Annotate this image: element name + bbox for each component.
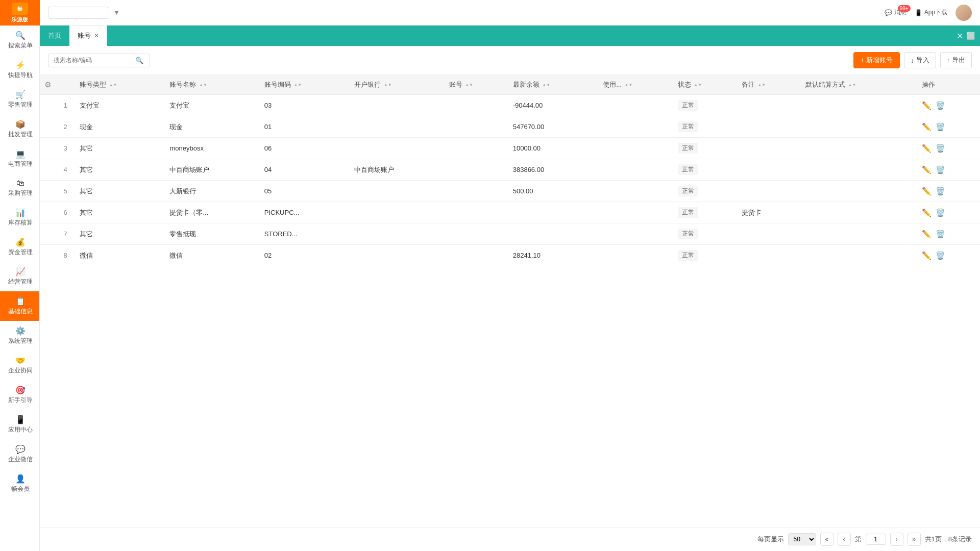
row-action: ✏️ 🗑️ xyxy=(918,138,980,159)
avatar[interactable] xyxy=(955,5,972,21)
sidebar-item-finance[interactable]: 💰 资金管理 xyxy=(0,232,39,262)
search-box: 🔍 xyxy=(48,54,150,67)
next-page-button[interactable]: › xyxy=(890,533,903,546)
tab-account[interactable]: 账号 ✕ xyxy=(69,26,107,46)
tab-home[interactable]: 首页 xyxy=(40,26,69,46)
close-window-icon[interactable]: ✕ xyxy=(957,31,963,41)
top-search-input[interactable] xyxy=(48,7,109,19)
row-index: 8 xyxy=(55,245,76,266)
toolbar: 🔍 + 新增账号 ↓ 导入 ↑ 导出 xyxy=(40,46,980,75)
sidebar-item-corp[interactable]: 🤝 企业协同 xyxy=(0,350,39,380)
sidebar-item-quick-nav[interactable]: ⚡ 快捷导航 xyxy=(0,55,39,85)
toolbar-right: + 新增账号 ↓ 导入 ↑ 导出 xyxy=(853,52,972,68)
column-settings-icon[interactable]: ⚙ xyxy=(44,80,51,89)
header-right: 💬 消息 99+ 📱 App下载 xyxy=(885,5,972,21)
edit-button[interactable]: ✏️ xyxy=(922,101,932,110)
row-remark xyxy=(738,245,801,266)
delete-button[interactable]: 🗑️ xyxy=(936,101,945,110)
row-default-settle xyxy=(801,181,918,202)
maximize-window-icon[interactable]: ⬜ xyxy=(966,32,975,40)
col-remark[interactable]: 备注 ▲▼ xyxy=(738,75,801,95)
search-input[interactable] xyxy=(54,57,135,64)
row-index: 4 xyxy=(55,159,76,181)
edit-button[interactable]: ✏️ xyxy=(922,187,932,196)
sidebar-item-wholesale[interactable]: 📦 批发管理 xyxy=(0,114,39,144)
edit-button[interactable]: ✏️ xyxy=(922,165,932,174)
col-account[interactable]: 账号 ▲▼ xyxy=(445,75,509,95)
total-label: 共1页，8条记录 xyxy=(925,535,972,544)
edit-button[interactable]: ✏️ xyxy=(922,251,932,260)
row-type: 其它 xyxy=(76,138,165,159)
delete-button[interactable]: 🗑️ xyxy=(936,144,945,153)
row-remark xyxy=(738,138,801,159)
col-index xyxy=(55,75,76,95)
search-icon[interactable]: 🔍 xyxy=(135,57,143,64)
delete-button[interactable]: 🗑️ xyxy=(936,187,945,196)
sidebar-item-member[interactable]: 👤 畅会员 xyxy=(0,469,39,498)
sidebar-item-purchase[interactable]: 🛍 采购管理 xyxy=(0,173,39,203)
row-bank xyxy=(350,95,445,116)
add-account-button[interactable]: + 新增账号 xyxy=(853,52,900,68)
sidebar-item-search-menu[interactable]: 🔍 搜索菜单 xyxy=(0,26,39,55)
col-status[interactable]: 状态 ▲▼ xyxy=(674,75,738,95)
col-name[interactable]: 账号名称 ▲▼ xyxy=(165,75,260,95)
last-page-button[interactable]: » xyxy=(908,533,921,546)
col-bank[interactable]: 开户银行 ▲▼ xyxy=(350,75,445,95)
main-area: ▼ 💬 消息 99+ 📱 App下载 首页 账号 ✕ ✕ ⬜ xyxy=(40,0,980,551)
sidebar-item-guide[interactable]: 🎯 新手引导 xyxy=(0,380,39,410)
export-button[interactable]: ↑ 导出 xyxy=(940,52,972,68)
tab-close-icon[interactable]: ✕ xyxy=(94,32,99,39)
row-account xyxy=(445,95,509,116)
row-usage xyxy=(599,138,674,159)
dropdown-arrow-icon[interactable]: ▼ xyxy=(113,9,120,16)
row-settings xyxy=(40,181,55,202)
row-balance xyxy=(509,223,599,245)
delete-button[interactable]: 🗑️ xyxy=(936,208,945,217)
import-button[interactable]: ↓ 导入 xyxy=(904,52,936,68)
phone-icon: 📱 xyxy=(915,9,922,16)
row-remark xyxy=(738,223,801,245)
delete-button[interactable]: 🗑️ xyxy=(936,230,945,239)
sort-status-icon: ▲▼ xyxy=(694,83,702,87)
prev-page-button[interactable]: ‹ xyxy=(838,533,851,546)
delete-button[interactable]: 🗑️ xyxy=(936,251,945,260)
sidebar-item-inventory[interactable]: 📊 库存核算 xyxy=(0,203,39,232)
col-settings: ⚙ xyxy=(40,75,55,95)
edit-button[interactable]: ✏️ xyxy=(922,230,932,239)
row-bank xyxy=(350,223,445,245)
row-settings xyxy=(40,223,55,245)
app-download-button[interactable]: 📱 App下载 xyxy=(915,8,947,17)
delete-button[interactable]: 🗑️ xyxy=(936,122,945,132)
col-balance[interactable]: 最新余额 ▲▼ xyxy=(509,75,599,95)
col-action: 操作 xyxy=(918,75,980,95)
edit-button[interactable]: ✏️ xyxy=(922,144,932,153)
sidebar-item-basic[interactable]: 📋 基础信息 xyxy=(0,291,39,321)
col-code[interactable]: 账号编码 ▲▼ xyxy=(260,75,350,95)
row-account xyxy=(445,181,509,202)
row-code: 03 xyxy=(260,95,350,116)
sidebar-item-ops[interactable]: 📈 经营管理 xyxy=(0,262,39,291)
message-button[interactable]: 💬 消息 99+ xyxy=(885,8,906,17)
row-action: ✏️ 🗑️ xyxy=(918,95,980,116)
sort-settle-icon: ▲▼ xyxy=(848,83,856,87)
col-type[interactable]: 账号类型 ▲▼ xyxy=(76,75,165,95)
first-page-button[interactable]: « xyxy=(820,533,834,546)
col-default-settle[interactable]: 默认结算方式 ▲▼ xyxy=(801,75,918,95)
sidebar-item-wechat[interactable]: 💬 企业微信 xyxy=(0,439,39,469)
sidebar-item-app[interactable]: 📱 应用中心 xyxy=(0,410,39,439)
sys-icon: ⚙️ xyxy=(15,326,26,336)
sidebar-item-ecommerce[interactable]: 💻 电商管理 xyxy=(0,144,39,173)
page-number-input[interactable] xyxy=(866,534,886,545)
page-size-select[interactable]: 50 20 100 xyxy=(788,533,816,545)
edit-button[interactable]: ✏️ xyxy=(922,122,932,132)
sidebar-item-retail[interactable]: 🛒 零售管理 xyxy=(0,85,39,114)
row-default-settle xyxy=(801,202,918,223)
col-usage[interactable]: 使用... ▲▼ xyxy=(599,75,674,95)
edit-button[interactable]: ✏️ xyxy=(922,208,932,217)
window-actions: ✕ ⬜ xyxy=(951,31,980,41)
sidebar-item-sys[interactable]: ⚙️ 系统管理 xyxy=(0,321,39,350)
delete-button[interactable]: 🗑️ xyxy=(936,165,945,174)
row-action: ✏️ 🗑️ xyxy=(918,223,980,245)
message-badge: 99+ xyxy=(898,5,911,12)
row-index: 3 xyxy=(55,138,76,159)
